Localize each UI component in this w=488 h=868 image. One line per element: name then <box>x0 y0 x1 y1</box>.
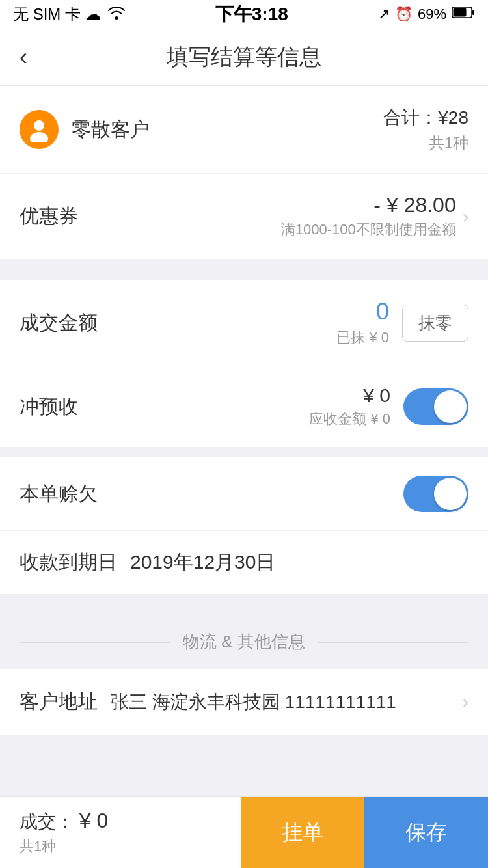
hold-button[interactable]: 挂单 <box>241 797 364 868</box>
wifi-icon <box>107 5 126 23</box>
status-right: ↗ ⏰ 69% <box>378 6 475 23</box>
coupon-right: - ¥ 28.00 满1000-100不限制使用金额 › <box>281 193 468 239</box>
debt-section: 本单赊欠 收款到期日 2019年12月30日 <box>0 457 488 594</box>
deal-section: 成交金额 0 已抹 ¥ 0 抹零 冲预收 ¥ 0 应收金额 ¥ 0 <box>0 280 488 447</box>
battery-icon <box>452 6 475 23</box>
separator-3 <box>0 594 488 604</box>
coupon-desc: 满1000-100不限制使用金额 <box>281 220 456 239</box>
svg-point-3 <box>34 120 44 131</box>
bottom-deal-row: 成交： ¥ 0 <box>20 809 221 834</box>
logistics-header: 物流 & 其他信息 <box>0 615 488 669</box>
address-row[interactable]: 客户地址 张三 海淀永丰科技园 11111111111 › <box>0 669 488 735</box>
logistics-section: 物流 & 其他信息 <box>0 615 488 669</box>
precollect-row: 冲预收 ¥ 0 应收金额 ¥ 0 <box>0 366 488 447</box>
precollect-right: ¥ 0 应收金额 ¥ 0 <box>309 385 468 429</box>
svg-rect-2 <box>453 8 466 17</box>
precollect-toggle[interactable] <box>403 388 468 425</box>
deal-amount-right: 0 已抹 ¥ 0 抹零 <box>336 298 468 347</box>
customer-avatar <box>20 110 59 149</box>
bottom-count-label: 共1种 <box>20 837 221 856</box>
customer-total: 合计：¥28 共1种 <box>383 105 468 154</box>
bottom-bar: 成交： ¥ 0 共1种 挂单 保存 <box>0 796 488 868</box>
deal-amount-input[interactable]: 0 <box>336 298 389 325</box>
debt-row: 本单赊欠 <box>0 457 488 530</box>
separator-1 <box>0 269 488 280</box>
due-date-value: 2019年12月30日 <box>130 549 275 576</box>
due-date-label: 收款到期日 <box>20 549 117 576</box>
location-icon: ↗ <box>378 6 390 23</box>
bottom-buttons: 挂单 保存 <box>241 797 488 868</box>
debt-label: 本单赊欠 <box>20 481 98 508</box>
toggle-knob <box>434 390 467 423</box>
debt-toggle-knob <box>434 478 467 510</box>
customer-name: 零散客户 <box>72 116 150 143</box>
deal-amount-sub: 已抹 ¥ 0 <box>336 328 389 347</box>
coupon-chevron-icon: › <box>463 206 468 227</box>
bottom-summary: 成交： ¥ 0 共1种 <box>0 809 241 856</box>
customer-card: 零散客户 合计：¥28 共1种 优惠券 - ¥ 28.00 满1000-100不… <box>0 86 488 259</box>
coupon-discount: - ¥ 28.00 <box>281 193 456 217</box>
deal-amount-row: 成交金额 0 已抹 ¥ 0 抹零 <box>0 280 488 366</box>
precollect-amount: ¥ 0 <box>309 385 390 407</box>
precollect-amounts: ¥ 0 应收金额 ¥ 0 <box>309 385 390 429</box>
status-time: 下午3:18 <box>215 2 288 27</box>
bottom-deal-amount: ¥ 0 <box>79 809 108 832</box>
deal-amount-label: 成交金额 <box>20 310 98 336</box>
save-button[interactable]: 保存 <box>364 797 488 868</box>
debt-toggle[interactable] <box>403 476 468 512</box>
content: 零散客户 合计：¥28 共1种 优惠券 - ¥ 28.00 满1000-100不… <box>0 86 488 868</box>
nav-bar: ‹ 填写结算等信息 <box>0 29 488 86</box>
round-zero-button[interactable]: 抹零 <box>402 305 468 342</box>
total-count-label: 共1种 <box>383 133 468 154</box>
status-bar: 无 SIM 卡 ☁ 下午3:18 ↗ ⏰ 69% <box>0 0 488 29</box>
alarm-icon: ⏰ <box>395 6 413 23</box>
separator-2 <box>0 447 488 457</box>
customer-left: 零散客户 <box>20 110 150 149</box>
address-chevron-icon: › <box>463 692 468 712</box>
back-button[interactable]: ‹ <box>20 44 27 71</box>
address-value: 张三 海淀永丰科技园 11111111111 <box>111 690 463 714</box>
coupon-label: 优惠券 <box>20 203 78 230</box>
status-left: 无 SIM 卡 ☁ <box>13 4 126 25</box>
svg-rect-1 <box>472 10 474 15</box>
bottom-deal-label: 成交： <box>20 811 74 832</box>
customer-row[interactable]: 零散客户 合计：¥28 共1种 <box>0 86 488 173</box>
no-sim-label: 无 SIM 卡 ☁ <box>13 4 101 25</box>
svg-point-4 <box>30 132 48 142</box>
precollect-label: 冲预收 <box>20 394 78 420</box>
nav-title: 填写结算等信息 <box>167 42 321 72</box>
logistics-title: 物流 & 其他信息 <box>170 631 318 653</box>
precollect-sub: 应收金额 ¥ 0 <box>309 409 390 429</box>
coupon-row[interactable]: 优惠券 - ¥ 28.00 满1000-100不限制使用金额 › <box>0 173 488 259</box>
address-label: 客户地址 <box>20 688 98 715</box>
due-date-row[interactable]: 收款到期日 2019年12月30日 <box>0 530 488 594</box>
total-amount-label: 合计：¥28 <box>383 105 468 130</box>
battery-label: 69% <box>418 6 446 23</box>
